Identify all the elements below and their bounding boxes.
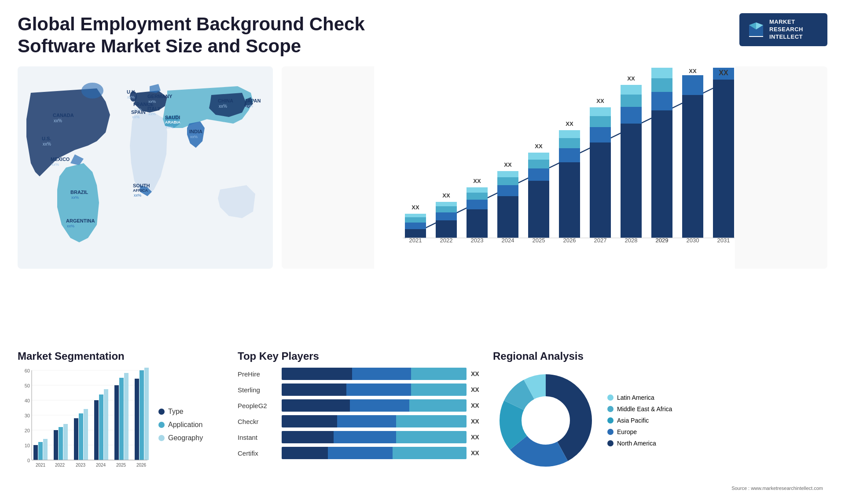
legend-application-dot [158,422,165,428]
list-item: Latin America [607,394,672,401]
svg-text:GERMANY: GERMANY [147,94,173,99]
seg-legend: Type Application Geography [158,368,220,482]
svg-point-5 [81,83,103,99]
latin-america-dot [607,394,614,401]
svg-rect-62 [497,177,518,185]
svg-text:CANADA: CANADA [53,113,74,118]
svg-rect-93 [651,68,672,78]
svg-rect-66 [528,181,549,238]
svg-text:xx%: xx% [54,118,62,123]
asia-pacific-label: Asia Pacific [617,417,649,424]
regional-title: Regional Analysis [493,350,827,362]
europe-label: Europe [617,428,637,435]
legend-geography-label: Geography [168,434,203,442]
asia-pacific-dot [607,417,614,424]
svg-rect-134 [104,389,108,460]
svg-text:40: 40 [25,398,30,403]
svg-text:ARGENTINA: ARGENTINA [66,218,95,223]
svg-text:ITALY: ITALY [147,106,161,111]
player-bar [282,383,467,396]
player-name: Checkr [238,418,277,425]
bar-seg1 [282,431,334,443]
player-bar [282,415,467,427]
svg-rect-86 [621,95,642,107]
svg-text:AFRICA: AFRICA [133,188,148,193]
svg-text:CHINA: CHINA [218,98,233,103]
svg-rect-92 [651,78,672,92]
svg-text:2021: 2021 [36,463,46,467]
map-section: CANADA xx% U.S. xx% MEXICO xx% BRAZIL xx… [18,66,273,341]
svg-rect-124 [54,430,58,460]
svg-text:xx%: xx% [134,193,141,197]
svg-rect-128 [74,418,78,460]
player-name: Instant [238,434,277,441]
svg-text:xx%: xx% [132,115,140,119]
player-name: Sterling [238,386,277,394]
player-bar [282,399,467,412]
bar-seg2 [346,383,411,396]
svg-rect-73 [559,148,580,162]
bar-seg1 [282,447,328,459]
svg-rect-50 [436,206,457,212]
player-value: XX [471,434,484,441]
bar-seg2 [334,431,397,443]
bar-seg1 [282,368,352,380]
seg-bar-chart: 0 10 20 30 40 50 60 [18,368,150,473]
svg-rect-60 [497,196,518,238]
bar-seg2 [337,415,396,427]
svg-rect-68 [528,160,549,168]
svg-text:XX: XX [504,161,512,168]
list-item: Middle East & Africa [607,405,672,413]
svg-rect-121 [38,442,43,460]
svg-rect-96 [682,75,703,95]
legend-application: Application [158,421,220,429]
bar-seg3 [396,431,467,443]
regional-wrapper: Latin America Middle East & Africa Asia … [493,368,827,473]
svg-text:XX: XX [627,75,635,82]
svg-text:xx%: xx% [166,125,173,129]
logo-text: MARKET RESEARCH INTELLECT [769,18,803,41]
svg-rect-84 [621,124,642,238]
svg-text:xx%: xx% [190,135,198,139]
svg-rect-132 [94,400,99,460]
svg-rect-75 [559,130,580,138]
players-title: Top Key Players [238,350,484,362]
svg-text:XX: XX [566,121,573,127]
legend-type-label: Type [168,408,184,416]
europe-dot [607,429,614,435]
player-bar [282,447,467,459]
svg-rect-142 [144,368,149,460]
svg-rect-133 [99,394,103,460]
bar-seg3 [409,399,467,412]
player-value: XX [471,386,484,393]
svg-rect-138 [124,373,129,460]
svg-rect-120 [33,445,38,460]
svg-rect-44 [405,217,426,223]
svg-text:SPAIN: SPAIN [131,110,146,115]
svg-text:2022: 2022 [55,463,65,467]
player-value: XX [471,370,484,377]
svg-rect-98 [713,80,734,238]
svg-rect-39 [374,66,735,269]
player-name: PreHire [238,370,277,378]
mea-dot [607,406,614,412]
player-name: Certifix [238,449,277,457]
svg-rect-140 [135,379,139,460]
list-item: Europe [607,428,672,435]
svg-rect-74 [559,138,580,148]
svg-rect-136 [114,385,119,460]
svg-rect-85 [621,107,642,124]
svg-rect-126 [63,424,68,460]
svg-rect-95 [682,95,703,238]
svg-text:0: 0 [27,458,30,463]
regional-section: Regional Analysis [493,350,827,491]
table-row: Sterling XX [238,383,484,396]
player-bar [282,368,467,380]
svg-rect-129 [79,413,83,460]
page-container: Global Employment Background Check Softw… [0,0,845,504]
svg-rect-55 [467,200,488,209]
svg-text:INDIA: INDIA [189,129,202,134]
svg-text:MEXICO: MEXICO [51,157,70,162]
svg-text:xx%: xx% [148,112,156,116]
legend-geography: Geography [158,434,220,442]
